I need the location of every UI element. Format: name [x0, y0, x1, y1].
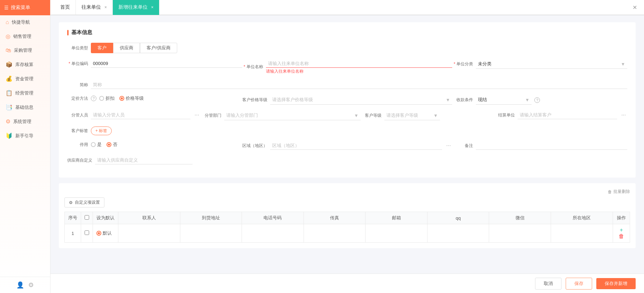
- settings-icon[interactable]: ⚙: [28, 281, 34, 289]
- price-level-radio[interactable]: [119, 96, 124, 101]
- footer-bar: 取消 保存 保存并新增: [50, 274, 644, 293]
- batch-delete-button[interactable]: 🗑 批量删除: [608, 189, 630, 195]
- unit-type-btn-group: 客户 供应商 客户/供应商: [91, 43, 177, 53]
- fax-input[interactable]: [307, 229, 362, 237]
- region-more-icon[interactable]: ···: [445, 143, 452, 149]
- default-radio-option[interactable]: 默认: [96, 230, 115, 236]
- custom-settings-button[interactable]: ⚙ 自定义项设置: [64, 197, 104, 207]
- save-button[interactable]: 保存: [566, 278, 592, 290]
- short-name-input[interactable]: [91, 81, 627, 89]
- sidebar: ☰ 搜索菜单 ⌂快捷导航◎销售管理🛍采购管理📦库存核算💰资金管理📋经营管理📑基础…: [0, 0, 50, 293]
- price-level-label-radio: 价格等级: [126, 95, 144, 101]
- cell-wechat: [489, 224, 551, 243]
- sidebar-item-operations[interactable]: 📋经营管理: [0, 86, 50, 100]
- region-input[interactable]: [270, 141, 442, 150]
- settlement-field: 结算单位 ···: [494, 111, 627, 119]
- disabled-region-row: 停用 是 否 区域（地区） ···: [67, 141, 627, 150]
- payment-help-icon[interactable]: ?: [534, 97, 540, 103]
- pricing-discount-option[interactable]: 折扣: [99, 95, 115, 101]
- disabled-no-option[interactable]: 否: [107, 141, 117, 148]
- type-both-button[interactable]: 客户/供应商: [140, 43, 177, 53]
- cell-seq: 1: [65, 224, 81, 243]
- type-supplier-button[interactable]: 供应商: [113, 43, 140, 53]
- sidebar-item-basic-info[interactable]: 📑基础信息: [0, 100, 50, 114]
- tab-add-unit[interactable]: 新增往来单位×: [113, 0, 159, 15]
- disabled-yes-option[interactable]: 是: [91, 141, 102, 148]
- unit-type-field: 单位类型 客户 供应商 客户/供应商: [67, 43, 627, 53]
- pricing-row: 定价方法 ? 折扣 价格等级 客户价格等级: [67, 95, 627, 105]
- sidebar-item-system[interactable]: ⚙系统管理: [0, 114, 50, 129]
- col-check: [81, 212, 93, 224]
- unit-code-label: * 单位编码: [67, 61, 88, 67]
- settlement-input[interactable]: [518, 111, 617, 119]
- sidebar-item-sales[interactable]: ◎销售管理: [0, 29, 50, 43]
- dept-placeholder: 请输入分管部门: [226, 112, 258, 119]
- row-checkbox[interactable]: [85, 230, 89, 235]
- discount-label: 折扣: [105, 95, 115, 101]
- tab-unit-list[interactable]: 往来单位×: [76, 0, 113, 15]
- unit-code-input[interactable]: [91, 59, 242, 68]
- type-customer-button[interactable]: 客户: [91, 43, 113, 53]
- email-input[interactable]: [369, 229, 424, 237]
- sidebar-search-label: 搜索菜单: [11, 5, 30, 11]
- supplier-custom-input[interactable]: [95, 156, 193, 164]
- sidebar-item-inventory[interactable]: 📦库存核算: [0, 57, 50, 72]
- chevron-down-icon5: ▼: [433, 113, 438, 118]
- default-label: 默认: [103, 230, 112, 236]
- customer-level-select[interactable]: 请选择客户等级 ▼: [384, 111, 440, 120]
- pricing-level-option[interactable]: 价格等级: [119, 95, 144, 101]
- discount-radio[interactable]: [99, 96, 104, 101]
- wechat-input[interactable]: [493, 229, 547, 237]
- settlement-more-icon[interactable]: ···: [620, 112, 627, 118]
- tag-btn-text: + 标签: [95, 128, 107, 134]
- sidebar-item-purchase[interactable]: 🛍采购管理: [0, 43, 50, 57]
- delete-row-button[interactable]: 🗑: [619, 233, 624, 239]
- cell-phone: [242, 224, 304, 243]
- payment-select[interactable]: 现结 ▼: [476, 95, 532, 105]
- address-input[interactable]: [184, 229, 238, 237]
- unit-category-value: 未分类: [478, 61, 492, 67]
- qq-input[interactable]: [431, 229, 486, 237]
- sidebar-item-finance[interactable]: 💰资金管理: [0, 72, 50, 86]
- manager-label: 分管人员: [67, 112, 88, 118]
- sidebar-item-label: 快捷导航: [12, 19, 30, 25]
- sidebar-search[interactable]: ☰ 搜索菜单: [0, 0, 50, 15]
- disabled-no-radio[interactable]: [107, 142, 111, 147]
- chevron-down-icon3: ▼: [525, 97, 529, 103]
- manager-more-icon[interactable]: ···: [193, 112, 201, 118]
- finance-icon: 💰: [6, 75, 13, 82]
- add-tag-button[interactable]: + 标签: [91, 127, 112, 135]
- contact-input[interactable]: [122, 229, 176, 237]
- close-tab-add-unit[interactable]: ×: [151, 5, 154, 10]
- remark-input[interactable]: [476, 141, 627, 150]
- sidebar-item-label: 新手引导: [15, 133, 33, 139]
- default-radio-circle[interactable]: [96, 231, 101, 236]
- user-icon[interactable]: 👤: [16, 281, 24, 289]
- select-all-checkbox[interactable]: [85, 215, 89, 220]
- sidebar-item-quick-nav[interactable]: ⌂快捷导航: [0, 15, 50, 29]
- unit-category-select[interactable]: 未分类 ▼: [476, 59, 627, 69]
- dept-select[interactable]: 请输入分管部门 ▼: [224, 111, 361, 120]
- col-qq: qq: [427, 212, 489, 224]
- close-all-tabs-button[interactable]: ✕: [630, 4, 640, 11]
- supplier-custom-row: 供应商自定义: [67, 156, 627, 164]
- unit-type-row: 单位类型 客户 供应商 客户/供应商: [67, 43, 627, 53]
- add-row-button[interactable]: +: [620, 227, 623, 233]
- sidebar-item-guide[interactable]: 🔰新手引导: [0, 129, 50, 143]
- short-name-field: 简称: [67, 81, 627, 89]
- manager-input[interactable]: [91, 111, 190, 119]
- disabled-no-label: 否: [113, 141, 117, 148]
- disabled-yes-radio[interactable]: [91, 142, 96, 147]
- save-new-button[interactable]: 保存并新增: [596, 278, 636, 289]
- unit-category-field: * 单位分类 未分类 ▼: [452, 59, 627, 69]
- price-level-select[interactable]: 请选择客户价格等级 ▼: [270, 95, 452, 105]
- cancel-button[interactable]: 取消: [535, 278, 561, 290]
- phone-input[interactable]: [245, 229, 300, 237]
- content-area: 基本信息 单位类型 客户 供应商 客户/供应商 * 单位编码: [50, 15, 644, 274]
- table-region-input[interactable]: [555, 229, 609, 237]
- close-tab-unit-list[interactable]: ×: [104, 5, 107, 10]
- cell-check: [81, 224, 93, 243]
- tab-home[interactable]: 首页: [55, 0, 76, 15]
- pricing-help-icon[interactable]: ?: [91, 96, 96, 101]
- unit-name-input[interactable]: [266, 59, 452, 68]
